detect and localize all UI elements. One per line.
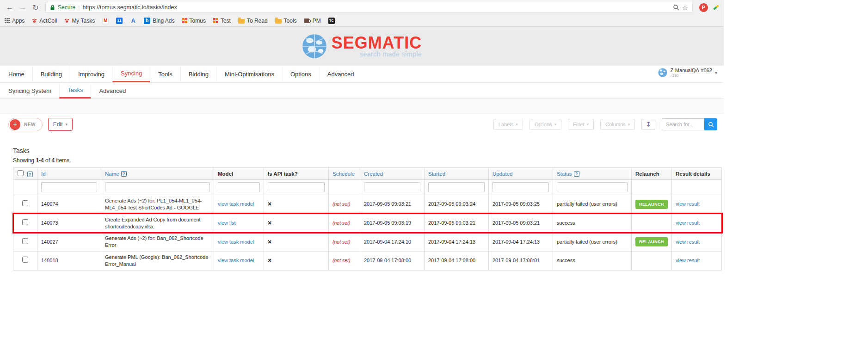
view-task-model-link[interactable]: view task model bbox=[218, 201, 254, 207]
task-name: Generate Ads (~2) for: PL1_054-ML1_054-M… bbox=[101, 195, 214, 214]
column-header-status[interactable]: Status bbox=[557, 171, 572, 177]
bookmark-tc[interactable]: TC bbox=[328, 18, 335, 24]
view-list-link[interactable]: view list bbox=[218, 220, 236, 226]
row-checkbox[interactable] bbox=[22, 219, 28, 225]
bookmark-tools[interactable]: Tools bbox=[275, 18, 297, 24]
nav-item-improving[interactable]: Improving bbox=[70, 66, 112, 82]
refresh-button[interactable]: ↻ bbox=[30, 1, 42, 13]
user-menu[interactable]: Z-ManualQA-#062 #280 ▾ bbox=[658, 68, 717, 78]
nav-item-options[interactable]: Options bbox=[282, 66, 319, 82]
row-checkbox[interactable] bbox=[22, 238, 28, 244]
schedule-value: (not set) bbox=[332, 201, 351, 207]
bookmark-actcoll[interactable]: ActColl bbox=[32, 18, 57, 24]
column-header-started[interactable]: Started bbox=[428, 171, 445, 177]
user-texts: Z-ManualQA-#062 #280 bbox=[670, 68, 712, 78]
content-area: Tasks Showing 1-4 of 4 items. ? Id Name?… bbox=[0, 147, 724, 270]
bookmark-star-icon[interactable]: ☆ bbox=[682, 4, 688, 11]
filter-input-model[interactable] bbox=[218, 182, 260, 192]
action-toolbar: + NEW Edit ▾ Labels ▾ Options ▾ Filter ▾… bbox=[0, 114, 724, 135]
help-icon[interactable]: ? bbox=[27, 172, 33, 177]
logo-text-block: SEGMATIC search made simple bbox=[332, 35, 422, 58]
bookmark-bing-ads[interactable]: b Bing Ads bbox=[144, 18, 174, 24]
started-value: 2017-09-05 09:03:24 bbox=[425, 195, 489, 214]
column-header-name[interactable]: Name bbox=[105, 171, 119, 177]
bookmark-calendar[interactable]: 31 bbox=[116, 18, 123, 24]
extension-p-icon[interactable]: P bbox=[699, 3, 708, 12]
row-checkbox[interactable] bbox=[22, 257, 28, 263]
filter-input-is-api-task[interactable] bbox=[268, 182, 325, 192]
column-header-created[interactable]: Created bbox=[364, 171, 383, 177]
search-input[interactable] bbox=[662, 118, 704, 130]
summary-range: 1-4 bbox=[36, 157, 43, 164]
select-all-checkbox[interactable] bbox=[18, 170, 24, 176]
nav-item-home[interactable]: Home bbox=[0, 66, 32, 82]
user-id: #280 bbox=[670, 74, 712, 78]
extension-pencil-icon[interactable] bbox=[713, 4, 720, 11]
bookmark-tomus[interactable]: Tomus bbox=[182, 18, 206, 24]
nav-item-building[interactable]: Building bbox=[32, 66, 70, 82]
relaunch-button[interactable]: RELAUNCH bbox=[635, 200, 668, 209]
edit-dropdown-button[interactable]: Edit ▾ bbox=[48, 118, 73, 131]
column-header-id[interactable]: Id bbox=[41, 171, 46, 177]
labels-button-label: Labels bbox=[499, 122, 513, 127]
filter-dropdown-button[interactable]: Filter ▾ bbox=[568, 119, 594, 130]
forward-button[interactable]: → bbox=[17, 1, 29, 13]
columns-button-label: Columns bbox=[605, 122, 625, 127]
address-bar[interactable]: Secure | https://tomus.segmatic.io/tasks… bbox=[45, 2, 693, 13]
back-icon: ← bbox=[6, 3, 13, 12]
bookmark-gmail[interactable]: M bbox=[102, 18, 109, 24]
zoom-icon[interactable] bbox=[673, 4, 679, 11]
labels-dropdown-button[interactable]: Labels ▾ bbox=[493, 119, 523, 130]
column-header-updated[interactable]: Updated bbox=[492, 171, 512, 177]
help-icon[interactable]: ? bbox=[121, 171, 127, 177]
column-header-schedule[interactable]: Schedule bbox=[332, 171, 355, 177]
browser-toolbar: ← → ↻ Secure | https://tomus.segmatic.io… bbox=[0, 0, 724, 15]
task-name: Create Expanded Ad Copy from document sh… bbox=[101, 214, 214, 233]
paw-icon bbox=[64, 18, 69, 23]
view-result-link[interactable]: view result bbox=[676, 258, 700, 263]
options-dropdown-button[interactable]: Options ▾ bbox=[529, 119, 561, 130]
nav-item-bidding[interactable]: Bidding bbox=[180, 66, 216, 82]
mug-icon bbox=[304, 18, 309, 23]
filter-input-id[interactable] bbox=[41, 182, 97, 192]
bookmark-test[interactable]: Test bbox=[213, 18, 231, 24]
view-result-link[interactable]: view result bbox=[676, 201, 700, 207]
folder-icon bbox=[275, 19, 282, 24]
relaunch-button[interactable]: RELAUNCH bbox=[635, 237, 668, 246]
nav-item-mini-optimisations[interactable]: Mini-Optimisations bbox=[216, 66, 282, 82]
view-task-model-link[interactable]: view task model bbox=[218, 239, 254, 245]
view-task-model-link[interactable]: view task model bbox=[218, 258, 254, 263]
view-result-link[interactable]: view result bbox=[676, 239, 700, 245]
task-row: 140027 Generate Ads (~2) for: Ban_062_Sh… bbox=[13, 233, 722, 252]
help-icon[interactable]: ? bbox=[574, 171, 579, 177]
forward-icon: → bbox=[19, 3, 26, 12]
main-nav: Home Building Improving Syncing Tools Bi… bbox=[0, 66, 724, 83]
bookmark-apps[interactable]: Apps bbox=[5, 18, 25, 24]
download-button[interactable]: ↧ bbox=[641, 119, 655, 130]
filter-input-started[interactable] bbox=[428, 182, 485, 192]
omnibox-separator: | bbox=[78, 4, 80, 11]
bookmark-my-tasks[interactable]: My Tasks bbox=[64, 18, 95, 24]
columns-dropdown-button[interactable]: Columns ▾ bbox=[600, 119, 635, 130]
bookmark-to-read[interactable]: To Read bbox=[238, 18, 268, 24]
new-button[interactable]: + NEW bbox=[8, 118, 43, 131]
row-checkbox[interactable] bbox=[22, 200, 28, 206]
subnav-item-tasks[interactable]: Tasks bbox=[59, 83, 91, 98]
bookmark-pm[interactable]: PM bbox=[304, 18, 321, 24]
column-header-relaunch: Relaunch bbox=[632, 168, 672, 180]
back-button[interactable]: ← bbox=[4, 1, 16, 13]
nav-item-syncing[interactable]: Syncing bbox=[112, 66, 150, 82]
search-button[interactable] bbox=[704, 118, 717, 130]
nav-item-advanced[interactable]: Advanced bbox=[319, 66, 362, 82]
filter-input-name[interactable] bbox=[105, 182, 210, 192]
filter-input-updated[interactable] bbox=[492, 182, 549, 192]
subnav-item-syncing-system[interactable]: Syncing System bbox=[0, 83, 59, 98]
view-result-link[interactable]: view result bbox=[676, 220, 700, 226]
filter-input-status[interactable] bbox=[557, 182, 628, 192]
paw-icon bbox=[32, 18, 37, 23]
subnav-item-advanced[interactable]: Advanced bbox=[91, 83, 134, 98]
filter-input-created[interactable] bbox=[364, 182, 420, 192]
nav-item-tools[interactable]: Tools bbox=[150, 66, 180, 82]
apps-grid-icon bbox=[5, 18, 10, 23]
bookmark-a[interactable]: A bbox=[130, 18, 136, 24]
